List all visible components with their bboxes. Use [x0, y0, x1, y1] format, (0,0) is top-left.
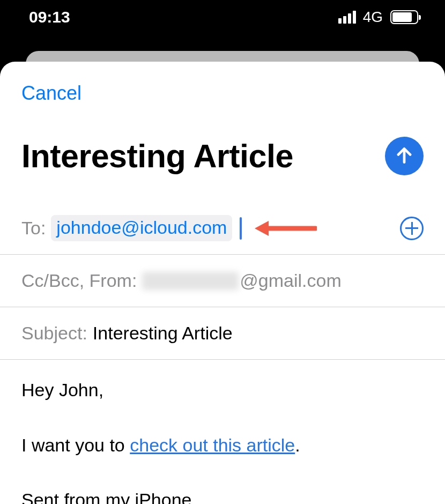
body-signature: Sent from my iPhone [21, 486, 424, 504]
body-line: I want you to check out this article. [21, 431, 424, 459]
ccbcc-from-label: Cc/Bcc, From: [21, 270, 137, 291]
battery-icon [390, 10, 418, 24]
send-button[interactable] [385, 137, 424, 175]
status-time: 09:13 [29, 8, 70, 26]
text-cursor [240, 217, 242, 240]
arrow-up-icon [394, 145, 414, 167]
compose-sheet: Cancel Interesting Article To: johndoe@i… [0, 62, 445, 504]
cancel-button[interactable]: Cancel [21, 82, 81, 105]
compose-title: Interesting Article [21, 137, 293, 175]
body-hyperlink[interactable]: check out this article [130, 435, 295, 455]
recipient-chip[interactable]: johndoe@icloud.com [51, 215, 232, 241]
annotation-arrow-icon [253, 219, 317, 238]
cellular-signal-icon [338, 11, 356, 24]
from-value[interactable]: @gmail.com [142, 270, 341, 291]
body-greeting: Hey John, [21, 376, 424, 404]
subject-value: Interesting Article [93, 323, 233, 344]
ccbcc-from-row[interactable]: Cc/Bcc, From: @gmail.com [0, 255, 445, 307]
to-label: To: [21, 218, 46, 239]
add-contact-button[interactable] [400, 217, 424, 240]
email-body[interactable]: Hey John, I want you to check out this a… [0, 360, 445, 504]
subject-label: Subject: [21, 323, 87, 344]
status-indicators: 4G [338, 9, 418, 26]
from-email-suffix: @gmail.com [240, 270, 341, 291]
network-type-label: 4G [363, 9, 383, 26]
to-field-row[interactable]: To: johndoe@icloud.com [0, 202, 445, 255]
subject-row[interactable]: Subject: Interesting Article [0, 307, 445, 360]
status-bar: 09:13 4G [0, 0, 445, 34]
redacted-name [142, 272, 239, 290]
